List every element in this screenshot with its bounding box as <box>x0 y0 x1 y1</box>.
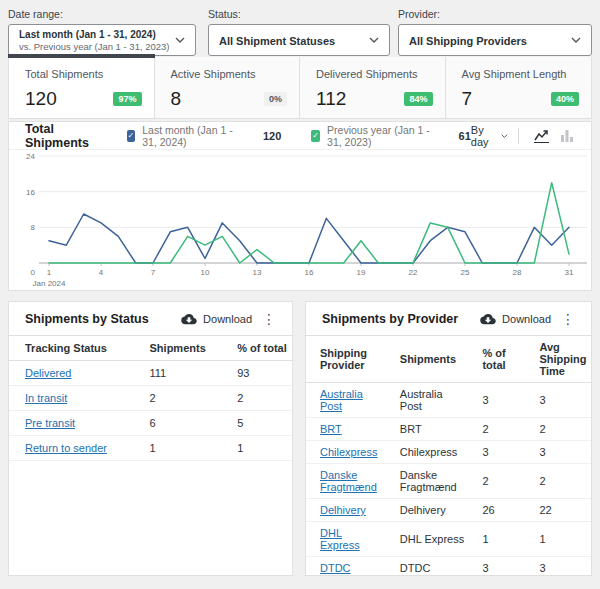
download-label: Download <box>203 313 252 325</box>
status-link[interactable]: Pre transit <box>25 417 75 429</box>
cell: 3 <box>468 441 525 464</box>
line-chart-toggle[interactable] <box>529 127 555 145</box>
status-select[interactable]: All Shipment Statuses <box>208 24 390 56</box>
legend-label: Previous year (Jan 1 - 31, 2023) <box>327 124 437 148</box>
col-pct-total[interactable]: % of total <box>468 336 525 383</box>
legend-current-period[interactable]: ✓ Last month (Jan 1 - 31, 2024) 120 <box>127 124 282 148</box>
provider-name-cell: Danske Fragtmænd <box>386 464 469 499</box>
provider-select[interactable]: All Shipping Providers <box>398 24 592 56</box>
line-chart-icon <box>534 129 550 143</box>
change-badge: 97% <box>113 92 141 106</box>
status-link[interactable]: In transit <box>25 392 67 404</box>
tile-label: Active Shipments <box>171 68 288 80</box>
tile-value: 8 <box>171 88 182 110</box>
download-button[interactable]: Download <box>177 311 256 327</box>
change-badge: 84% <box>404 92 432 106</box>
svg-text:22: 22 <box>409 268 418 277</box>
change-badge: 40% <box>551 92 579 106</box>
cell: 22 <box>525 499 591 522</box>
status-link[interactable]: Return to sender <box>25 442 107 454</box>
shipments-by-status-card: Shipments by Status Download ⋮ Tracking … <box>8 301 293 576</box>
svg-text:28: 28 <box>513 268 522 277</box>
status-table: Tracking Status Shipments % of total Del… <box>9 335 292 461</box>
status-value: All Shipment Statuses <box>219 35 335 47</box>
col-pct-total[interactable]: % of total <box>221 336 292 361</box>
svg-text:31: 31 <box>565 268 574 277</box>
legend-value: 120 <box>263 130 281 142</box>
cell: 3 <box>525 441 591 464</box>
ellipsis-menu-icon[interactable]: ⋮ <box>555 311 581 327</box>
cloud-download-icon <box>181 314 197 325</box>
tile-value: 120 <box>25 88 57 110</box>
interval-value: By day <box>471 124 497 148</box>
col-shipments[interactable]: Shipments <box>386 336 469 383</box>
shipments-cell: 111 <box>134 361 222 386</box>
legend-previous-period[interactable]: ✓ Previous year (Jan 1 - 31, 2023) 61 <box>311 124 471 148</box>
provider-table: Shipping Provider Shipments % of total A… <box>306 335 591 576</box>
col-shipments[interactable]: Shipments <box>134 336 222 361</box>
shipments-cell: 1 <box>134 436 222 461</box>
provider-link[interactable]: BRT <box>320 423 342 435</box>
cell: 3 <box>525 383 591 418</box>
provider-name-cell: DTDC <box>386 557 469 577</box>
tile-label: Total Shipments <box>25 68 142 80</box>
cell: 1 <box>525 522 591 557</box>
total-shipments-line-chart[interactable]: 0816241471013161922252831Jan 2024 <box>9 150 591 290</box>
col-tracking-status[interactable]: Tracking Status <box>9 336 134 361</box>
tile-total-shipments[interactable]: Total Shipments 120 97% <box>9 57 155 118</box>
download-button[interactable]: Download <box>476 311 555 327</box>
cell: 3 <box>525 557 591 577</box>
checkbox-checked-icon[interactable]: ✓ <box>311 130 320 142</box>
cell: 1 <box>468 522 525 557</box>
cell: 3 <box>468 383 525 418</box>
divider <box>518 128 519 144</box>
svg-text:25: 25 <box>461 268 470 277</box>
shipment-analytics-dashboard: { "colors": { "background": "#f0f0f1", "… <box>0 0 600 589</box>
shipments-by-provider-card: Shipments by Provider Download ⋮ Shippin… <box>305 301 592 576</box>
svg-text:Jan 2024: Jan 2024 <box>33 279 66 288</box>
card-title: Shipments by Status <box>25 312 177 326</box>
tile-avg-shipment-length[interactable]: Avg Shipment Length 7 40% <box>446 57 592 118</box>
cell: 2 <box>468 464 525 499</box>
date-range-filter: Date range: Last month (Jan 1 - 31, 2024… <box>8 8 196 56</box>
interval-select[interactable]: By day <box>471 124 508 148</box>
provider-link[interactable]: DTDC <box>320 562 351 574</box>
provider-link[interactable]: Chilexpress <box>320 446 377 458</box>
tile-delivered-shipments[interactable]: Delivered Shipments 112 84% <box>300 57 446 118</box>
card-title: Shipments by Provider <box>322 312 476 326</box>
date-range-value: Last month (Jan 1 - 31, 2024) vs. Previo… <box>19 29 169 52</box>
bar-chart-toggle[interactable] <box>555 127 579 144</box>
provider-link[interactable]: DHL Express <box>320 527 360 551</box>
col-avg-shipping-time[interactable]: Avg Shipping Time <box>525 336 591 383</box>
tile-active-shipments[interactable]: Active Shipments 8 0% <box>155 57 301 118</box>
svg-text:10: 10 <box>201 268 210 277</box>
provider-link[interactable]: Danske Fragtmænd <box>320 469 377 493</box>
pct-cell: 2 <box>221 386 292 411</box>
svg-text:24: 24 <box>26 152 35 161</box>
status-link[interactable]: Delivered <box>25 367 71 379</box>
svg-text:16: 16 <box>26 188 35 197</box>
total-shipments-chart-card: Total Shipments ✓ Last month (Jan 1 - 31… <box>8 121 592 291</box>
bar-chart-icon <box>560 129 574 142</box>
ellipsis-menu-icon[interactable]: ⋮ <box>256 311 282 327</box>
col-shipping-provider[interactable]: Shipping Provider <box>306 336 386 383</box>
date-range-compare: vs. Previous year (Jan 1 - 31, 2023) <box>19 41 169 52</box>
table-row: Return to sender 1 1 <box>9 436 292 461</box>
status-filter: Status: All Shipment Statuses <box>208 8 390 56</box>
svg-text:13: 13 <box>253 268 262 277</box>
cell: 26 <box>468 499 525 522</box>
date-range-select[interactable]: Last month (Jan 1 - 31, 2024) vs. Previo… <box>8 24 196 56</box>
chevron-down-icon <box>369 37 379 43</box>
chevron-down-icon <box>501 133 508 139</box>
svg-text:16: 16 <box>305 268 314 277</box>
table-row: Pre transit 6 5 <box>9 411 292 436</box>
provider-link[interactable]: Delhivery <box>320 504 366 516</box>
legend-value: 61 <box>459 130 471 142</box>
shipments-cell: 6 <box>134 411 222 436</box>
cell: 3 <box>468 557 525 577</box>
provider-link[interactable]: Australia Post <box>320 388 363 412</box>
checkbox-checked-icon[interactable]: ✓ <box>127 130 136 142</box>
table-row: Australia Post Australia Post 3 3 <box>306 383 591 418</box>
summary-tiles: Total Shipments 120 97% Active Shipments… <box>8 57 592 119</box>
provider-value: All Shipping Providers <box>409 35 527 47</box>
